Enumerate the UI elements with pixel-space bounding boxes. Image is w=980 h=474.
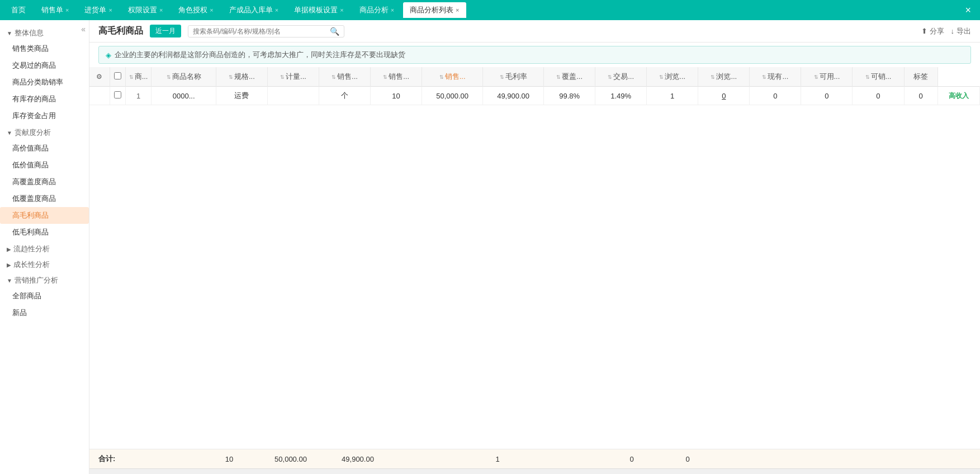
top-nav: 首页 销售单 × 进货单 × 权限设置 × 角色授权 × 产成品入库单 × 单据…	[0, 0, 980, 20]
row-sales-amount: 50,000.00	[422, 87, 483, 105]
share-button[interactable]: ⬆ 分享	[921, 26, 944, 36]
sidebar-item-all-goods[interactable]: 全部商品	[0, 288, 89, 304]
th-spec[interactable]: ⇅规格...	[216, 67, 267, 87]
group-arrow-contribution: ▼	[7, 130, 12, 136]
row-checkbox[interactable]	[110, 87, 125, 105]
sidebar-collapse-btn[interactable]: «	[81, 25, 86, 34]
th-settings[interactable]: ⚙	[89, 67, 110, 87]
tip-icon: ◈	[106, 51, 111, 59]
footer-total: 合计: 10 50,000.00 49,900.00 1 0 0	[89, 449, 980, 468]
table-row: 1 0000... 运费 个 10 50,000.00 49,900.00 99…	[89, 87, 980, 105]
th-saleable[interactable]: ⇅可销...	[853, 67, 904, 87]
header-actions: ⬆ 分享 ↓ 导出	[921, 26, 972, 36]
sidebar-group-overall[interactable]: ▼ 整体信息	[0, 25, 89, 40]
row-saleable: 0	[904, 87, 938, 105]
data-table: ⚙ ⇅商... ⇅商品名称 ⇅规格... ⇅计量... ⇅销售... ⇅销售..…	[89, 67, 980, 105]
sidebar-group-contribution[interactable]: ▼ 贡献度分析	[0, 124, 89, 140]
row-sales-qty: 10	[371, 87, 422, 105]
footer-sales-amount: 50,000.00	[257, 455, 324, 463]
footer-saleable: 0	[660, 455, 716, 463]
th-browse1[interactable]: ⇅浏览...	[647, 67, 698, 87]
sidebar-item-category-rate[interactable]: 商品分类助销率	[0, 74, 89, 91]
group-arrow-marketing: ▼	[7, 278, 12, 284]
sidebar-item-in-stock[interactable]: 有库存的商品	[0, 91, 89, 107]
sidebar-item-high-coverage[interactable]: 高覆盖度商品	[0, 173, 89, 190]
footer-label: 合计:	[89, 454, 201, 464]
sidebar-group-flow[interactable]: ▶ 流趋性分析	[0, 241, 89, 256]
close-analysis-tab[interactable]: ×	[391, 7, 394, 13]
select-all-checkbox[interactable]	[114, 72, 121, 79]
th-gross-margin[interactable]: ⇅毛利率	[483, 67, 544, 87]
close-window-button[interactable]: ×	[960, 4, 976, 16]
th-checkbox[interactable]	[110, 67, 125, 87]
group-arrow-growth: ▶	[7, 262, 11, 268]
bottom-scrollbar[interactable]	[89, 468, 980, 474]
nav-tab-product-in[interactable]: 产成品入库单 ×	[222, 2, 285, 18]
sidebar-item-low-value[interactable]: 低价值商品	[0, 157, 89, 173]
nav-tab-purchase[interactable]: 进货单 ×	[78, 2, 119, 18]
footer-available: 0	[604, 455, 660, 463]
date-filter-button[interactable]: 近一月	[150, 25, 181, 37]
th-unit[interactable]: ⇅计量...	[267, 67, 319, 87]
sidebar-item-new-goods[interactable]: 新品	[0, 304, 89, 321]
row-code: 0000...	[152, 87, 216, 105]
close-template-tab[interactable]: ×	[340, 7, 343, 13]
nav-tab-template[interactable]: 单据模板设置 ×	[287, 2, 350, 18]
row-settings	[89, 87, 110, 105]
th-name[interactable]: ⇅商品名称	[152, 67, 216, 87]
content-header: 高毛利商品 近一月 🔍 ⬆ 分享 ↓ 导出	[89, 20, 980, 43]
close-role-tab[interactable]: ×	[210, 7, 213, 13]
export-icon: ↓	[951, 27, 955, 35]
sidebar-group-growth[interactable]: ▶ 成长性分析	[0, 256, 89, 272]
th-sales-amount[interactable]: ⇅销售...	[371, 67, 422, 87]
export-button[interactable]: ↓ 导出	[951, 26, 972, 36]
th-transaction[interactable]: ⇅交易...	[595, 67, 647, 87]
nav-tab-role[interactable]: 角色授权 ×	[172, 2, 220, 18]
table-header-row: ⚙ ⇅商... ⇅商品名称 ⇅规格... ⇅计量... ⇅销售... ⇅销售..…	[89, 67, 980, 87]
close-analysis-list-tab[interactable]: ×	[456, 7, 459, 13]
row-coverage: 1.49%	[595, 87, 647, 105]
nav-tab-permission[interactable]: 权限设置 ×	[121, 2, 169, 18]
th-current-stock[interactable]: ⇅现有...	[750, 67, 801, 87]
footer-cells: 10 50,000.00 49,900.00 1 0 0	[201, 455, 980, 463]
row-transaction: 1	[647, 87, 698, 105]
footer-transaction: 1	[391, 455, 604, 463]
nav-tab-analysis[interactable]: 商品分析 ×	[353, 2, 401, 18]
close-purchase-tab[interactable]: ×	[108, 7, 112, 13]
close-product-in-tab[interactable]: ×	[275, 7, 278, 13]
th-available[interactable]: ⇅可用...	[801, 67, 853, 87]
sidebar-item-sales-goods[interactable]: 销售类商品	[0, 40, 89, 57]
row-num: 1	[125, 87, 152, 105]
nav-tab-sales[interactable]: 销售单 ×	[35, 2, 75, 18]
share-icon: ⬆	[921, 27, 927, 35]
th-sales-qty[interactable]: ⇅销售...	[319, 67, 370, 87]
th-code[interactable]: ⇅商...	[125, 67, 152, 87]
sidebar-item-high-value[interactable]: 高价值商品	[0, 140, 89, 157]
row-available: 0	[853, 87, 904, 105]
row-browse2: 0	[750, 87, 801, 105]
footer-sales-profit: 49,900.00	[324, 455, 391, 463]
sidebar: « ▼ 整体信息 销售类商品 交易过的商品 商品分类助销率 有库存的商品 库存资…	[0, 20, 89, 474]
th-browse2[interactable]: ⇅浏览...	[698, 67, 750, 87]
table-wrapper[interactable]: ⚙ ⇅商... ⇅商品名称 ⇅规格... ⇅计量... ⇅销售... ⇅销售..…	[89, 67, 980, 449]
nav-tab-analysis-list[interactable]: 商品分析列表 ×	[403, 2, 466, 18]
sidebar-item-capital-use[interactable]: 库存资金占用	[0, 107, 89, 124]
search-icon[interactable]: 🔍	[330, 27, 339, 36]
close-permission-tab[interactable]: ×	[159, 7, 163, 13]
close-sales-tab[interactable]: ×	[65, 7, 69, 13]
sidebar-item-traded-goods[interactable]: 交易过的商品	[0, 57, 89, 74]
search-input[interactable]	[193, 27, 328, 35]
sidebar-group-marketing[interactable]: ▼ 营销推广分析	[0, 272, 89, 288]
sidebar-item-low-margin[interactable]: 低毛利商品	[0, 224, 89, 241]
sidebar-item-high-margin[interactable]: 高毛利商品	[0, 207, 89, 224]
th-sales-profit[interactable]: ⇅销售...	[422, 67, 483, 87]
row-spec	[267, 87, 319, 105]
row-browse1[interactable]: 0	[698, 87, 750, 105]
th-coverage[interactable]: ⇅覆盖...	[544, 67, 595, 87]
row-name: 运费	[216, 87, 267, 105]
th-tag[interactable]: 标签	[904, 67, 938, 87]
nav-tab-home[interactable]: 首页	[4, 2, 32, 18]
page-title: 高毛利商品	[98, 25, 143, 37]
sidebar-item-low-coverage[interactable]: 低覆盖度商品	[0, 190, 89, 207]
footer-sales-qty: 10	[201, 455, 257, 463]
